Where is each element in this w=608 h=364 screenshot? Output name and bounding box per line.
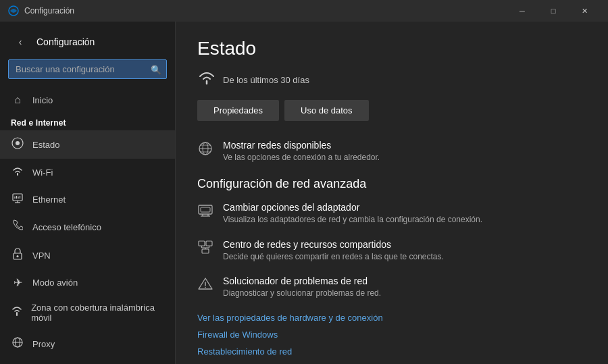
minimize-button[interactable]: ─	[507, 0, 538, 22]
troubleshooter-item[interactable]: Solucionador de problemas de red Diagnos…	[197, 276, 586, 299]
main-content: ‹ Configuración 🔍 ⌂ Inicio Red e Interne…	[0, 22, 608, 364]
available-networks-title: Mostrar redes disponibles	[223, 140, 380, 151]
svg-rect-26	[199, 241, 205, 246]
advanced-section-title: Configuración de red avanzada	[197, 177, 586, 191]
search-input[interactable]	[8, 59, 167, 79]
search-icon: 🔍	[151, 64, 161, 74]
sidebar-item-label-estado: Estado	[32, 140, 59, 150]
available-networks-item: Mostrar redes disponibles Ve las opcione…	[197, 140, 586, 163]
sidebar-item-acceso-telefonico[interactable]: Acceso telefónico	[0, 213, 175, 241]
sidebar-item-estado[interactable]: Estado	[0, 130, 175, 159]
network-center-text: Centro de redes y recursos compartidos D…	[223, 239, 444, 263]
svg-point-11	[17, 255, 19, 257]
search-box[interactable]: 🔍	[8, 59, 167, 79]
sidebar-item-label-proxy: Proxy	[32, 339, 55, 349]
network-center-desc: Decide qué quieres compartir en redes a …	[223, 251, 444, 263]
sidebar-item-zona-cobertura[interactable]: Zona con cobertura inalámbrica móvil	[0, 296, 175, 330]
sidebar-item-label-avion: Modo avión	[32, 278, 78, 288]
svg-rect-3	[13, 194, 22, 201]
close-button[interactable]: ✕	[569, 0, 600, 22]
ethernet-icon	[11, 192, 24, 206]
sidebar-item-label-zona: Zona con cobertura inalámbrica móvil	[31, 303, 164, 323]
maximize-button[interactable]: □	[538, 0, 569, 22]
network-center-title: Centro de redes y recursos compartidos	[223, 239, 444, 250]
sidebar-item-label-ethernet: Ethernet	[32, 194, 66, 205]
sidebar-section-label: Red e Internet	[0, 113, 175, 130]
warning-icon	[197, 277, 213, 294]
sidebar-item-modo-avion[interactable]: ✈ Modo avión	[0, 269, 175, 296]
estado-icon	[11, 137, 24, 152]
globe-icon	[197, 141, 213, 159]
sidebar-item-label-vpn: VPN	[32, 251, 51, 261]
svg-point-12	[16, 313, 18, 315]
svg-rect-27	[206, 241, 212, 246]
svg-rect-22	[201, 207, 210, 212]
adapter-icon	[197, 203, 213, 220]
troubleshooter-text: Solucionador de problemas de red Diagnos…	[223, 276, 381, 299]
reset-network-link[interactable]: Restablecimiento de red	[197, 346, 586, 357]
sidebar-item-proxy[interactable]: Proxy	[0, 330, 175, 358]
svg-point-34	[205, 287, 206, 288]
status-row: De los últimos 30 días	[197, 70, 586, 89]
svg-point-2	[16, 141, 20, 145]
window-controls[interactable]: ─ □ ✕	[507, 0, 600, 22]
action-buttons: Propiedades Uso de datos	[197, 100, 586, 121]
sidebar-item-label-inicio: Inicio	[32, 95, 53, 105]
sidebar: ‹ Configuración 🔍 ⌂ Inicio Red e Interne…	[0, 22, 176, 364]
app-icon	[8, 5, 19, 16]
titlebar: Configuración ─ □ ✕	[0, 0, 608, 22]
sidebar-header: ‹ Configuración	[0, 22, 175, 57]
sidebar-item-wifi[interactable]: Wi-Fi	[0, 159, 175, 186]
sidebar-item-label-acceso: Acceso telefónico	[32, 222, 101, 232]
titlebar-title: Configuración	[24, 6, 507, 16]
adapter-text: Cambiar opciones del adaptador Visualiza…	[223, 202, 482, 226]
network-center-item[interactable]: Centro de redes y recursos compartidos D…	[197, 239, 586, 263]
available-networks-text: Mostrar redes disponibles Ve las opcione…	[223, 140, 380, 163]
back-button[interactable]: ‹	[11, 32, 30, 51]
troubleshooter-desc: Diagnosticar y solucionar problemas de r…	[223, 288, 381, 299]
sidebar-app-title: Configuración	[36, 36, 95, 47]
network-center-icon	[197, 240, 213, 257]
wifi-status-icon	[197, 70, 216, 89]
sidebar-item-label-wifi: Wi-Fi	[32, 167, 53, 178]
sidebar-item-vpn[interactable]: VPN	[0, 241, 175, 269]
available-networks-desc: Ve las opciones de conexión a tu alreded…	[223, 152, 380, 163]
adapter-title: Cambiar opciones del adaptador	[223, 202, 482, 213]
sidebar-item-ethernet[interactable]: Ethernet	[0, 186, 175, 213]
page-title: Estado	[197, 38, 586, 59]
status-text: De los últimos 30 días	[223, 75, 309, 85]
hardware-properties-link[interactable]: Ver las propiedades de hardware y de con…	[197, 313, 586, 323]
content-panel: Estado De los últimos 30 días Propiedade…	[176, 22, 608, 364]
adapter-item[interactable]: Cambiar opciones del adaptador Visualiza…	[197, 202, 586, 226]
propiedades-button[interactable]: Propiedades	[197, 100, 279, 121]
svg-rect-28	[202, 249, 209, 253]
phone-icon	[11, 219, 24, 234]
uso-datos-button[interactable]: Uso de datos	[284, 100, 369, 121]
sidebar-item-inicio[interactable]: ⌂ Inicio	[0, 87, 175, 113]
hotspot-icon	[11, 306, 23, 319]
adapter-desc: Visualiza los adaptadores de red y cambi…	[223, 214, 482, 226]
firewall-link[interactable]: Firewall de Windows	[197, 330, 586, 340]
airplane-icon: ✈	[11, 276, 24, 289]
home-icon: ⌂	[11, 94, 24, 106]
vpn-icon	[11, 248, 24, 263]
proxy-icon	[11, 336, 24, 351]
wifi-icon	[11, 165, 24, 179]
troubleshooter-title: Solucionador de problemas de red	[223, 276, 381, 286]
